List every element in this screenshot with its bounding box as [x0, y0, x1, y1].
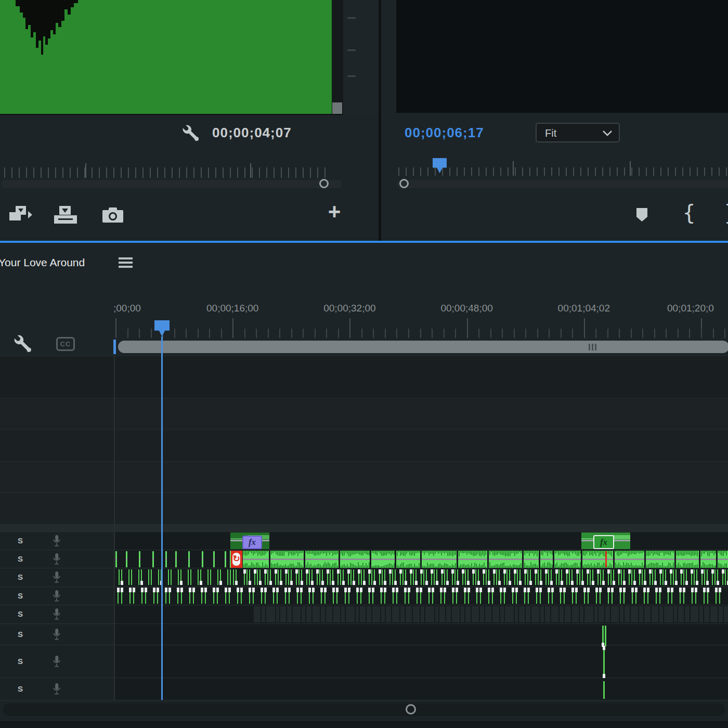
audio-clip-tick[interactable]: [452, 592, 453, 604]
muted-clip-stripe[interactable]: [392, 606, 399, 622]
muted-clip-stripe[interactable]: [461, 606, 464, 622]
audio-clip-tick[interactable]: [257, 569, 258, 585]
muted-clip-stripe[interactable]: [664, 606, 673, 622]
audio-clip-tick[interactable]: [603, 681, 605, 699]
audio-clip-tick[interactable]: [198, 569, 199, 585]
source-time-ruler[interactable]: [0, 161, 382, 180]
audio-clip-tick[interactable]: [680, 592, 681, 604]
audio-clip-tick[interactable]: [536, 592, 537, 604]
muted-clip-stripe[interactable]: [480, 606, 484, 622]
muted-clip-stripe[interactable]: [280, 606, 286, 622]
audio-clip-waveform[interactable]: [646, 551, 674, 568]
audio-clip-tick[interactable]: [165, 592, 166, 604]
muted-clip-stripe[interactable]: [406, 606, 412, 622]
audio-clip-tick[interactable]: [324, 592, 326, 604]
muted-clip-stripe[interactable]: [565, 606, 571, 622]
muted-clip-stripe[interactable]: [452, 606, 460, 622]
audio-clip-waveform[interactable]: [458, 551, 487, 568]
muted-clip-stripe[interactable]: [346, 606, 355, 622]
audio-clip-tick[interactable]: [261, 592, 262, 604]
audio-clip-tick[interactable]: [129, 592, 131, 604]
muted-clip-stripe[interactable]: [266, 606, 275, 622]
audio-clip-tick[interactable]: [336, 592, 337, 604]
audio-clip-tick[interactable]: [118, 592, 119, 604]
audio-clip-tick[interactable]: [538, 569, 539, 585]
source-settings-button[interactable]: [182, 124, 200, 142]
audio-clip-waveform[interactable]: [270, 551, 304, 568]
audio-clip-tick[interactable]: [158, 569, 159, 585]
audio-clip-tick[interactable]: [476, 592, 477, 604]
audio-clip-automatch[interactable]: ↻: [231, 551, 242, 568]
muted-clip-stripe[interactable]: [321, 606, 325, 622]
audio-clip-tick[interactable]: [602, 626, 604, 643]
muted-clip-stripe[interactable]: [678, 606, 684, 622]
audio-clip-tick[interactable]: [673, 569, 674, 585]
audio-clip-tick[interactable]: [540, 592, 541, 604]
audio-clip-tick[interactable]: [372, 592, 373, 604]
audio-clip-tick[interactable]: [694, 569, 695, 585]
audio-clip-tick[interactable]: [417, 592, 418, 604]
audio-clip-tick[interactable]: [348, 592, 349, 604]
audio-clip-tick[interactable]: [350, 569, 352, 585]
audio-clip-waveform[interactable]: [489, 551, 522, 568]
muted-clip-stripe[interactable]: [625, 606, 630, 622]
audio-clip-tick[interactable]: [500, 592, 501, 604]
audio-clip-tick[interactable]: [225, 592, 226, 604]
source-vscroll-thumb[interactable]: [332, 102, 342, 114]
audio-clip-tick[interactable]: [207, 569, 209, 585]
audio-clip-tick[interactable]: [246, 569, 248, 585]
audio-clip-tick[interactable]: [227, 569, 228, 585]
audio-clip-tick[interactable]: [408, 592, 409, 604]
audio-clip-tick[interactable]: [188, 569, 189, 585]
muted-clip-stripe[interactable]: [472, 606, 479, 622]
audio-clip-tick[interactable]: [119, 569, 120, 585]
muted-clip-stripe[interactable]: [425, 606, 434, 622]
audio-clip-tick[interactable]: [285, 592, 286, 604]
audio-clip-tick[interactable]: [361, 569, 362, 585]
audio-clip-waveform[interactable]: [243, 551, 269, 568]
audio-clip-tick[interactable]: [217, 592, 218, 604]
audio-clip-tick[interactable]: [309, 592, 310, 604]
audio-clip-tick[interactable]: [620, 592, 621, 604]
audio-clip-tick[interactable]: [169, 592, 170, 604]
audio-clip-tick[interactable]: [683, 592, 684, 604]
audio-clip-tick[interactable]: [512, 592, 513, 604]
audio-clip-tick[interactable]: [716, 592, 717, 604]
audio-clip-tick[interactable]: [382, 569, 383, 585]
audio-clip-tick[interactable]: [277, 592, 278, 604]
audio-clip-tick[interactable]: [647, 592, 648, 604]
audio-clip-tick[interactable]: [319, 569, 320, 585]
audio-clip-tick[interactable]: [560, 592, 561, 604]
timeline-h-scrollbar-track[interactable]: [3, 703, 725, 716]
muted-clip-stripe[interactable]: [360, 606, 366, 622]
program-scroll-handle[interactable]: [399, 179, 409, 188]
audio-clip-tick[interactable]: [642, 569, 643, 585]
audio-clip-tick[interactable]: [265, 592, 266, 604]
audio-clip-tick[interactable]: [201, 592, 202, 604]
audio-clip-waveform[interactable]: [554, 551, 581, 568]
audio-clip-tick[interactable]: [610, 569, 612, 585]
audio-clip-tick[interactable]: [668, 592, 669, 604]
audio-clip-tick[interactable]: [330, 569, 331, 585]
audio-clip-tick[interactable]: [603, 650, 605, 674]
audio-clip-tick[interactable]: [588, 592, 589, 604]
muted-clip-stripe[interactable]: [691, 606, 698, 622]
audio-clip-waveform[interactable]: [700, 551, 716, 568]
fx-badge[interactable]: fx: [593, 535, 614, 549]
audio-clip-tick[interactable]: [371, 569, 372, 585]
muted-clip-stripe[interactable]: [333, 606, 340, 622]
muted-clip-stripe[interactable]: [306, 606, 311, 622]
audio-clip-tick[interactable]: [133, 592, 134, 604]
audio-clip-tick[interactable]: [584, 592, 585, 604]
muted-clip-stripe[interactable]: [356, 606, 359, 622]
audio-clip-tick[interactable]: [313, 592, 314, 604]
audio-clip-tick[interactable]: [340, 569, 341, 585]
audio-clip-waveform[interactable]: [524, 551, 539, 568]
muted-clip-stripe[interactable]: [254, 606, 261, 622]
audio-clip-tick[interactable]: [181, 592, 182, 604]
audio-clip-tick[interactable]: [145, 592, 146, 604]
muted-clip-stripe[interactable]: [594, 606, 597, 622]
muted-clip-stripe[interactable]: [599, 606, 604, 622]
audio-clip-tick[interactable]: [506, 569, 508, 585]
muted-clip-stripe[interactable]: [699, 606, 703, 622]
